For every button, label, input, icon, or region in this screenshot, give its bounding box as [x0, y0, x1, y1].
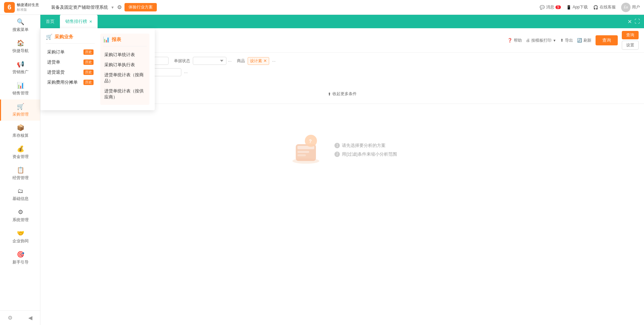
hint-num-2: 2	[334, 152, 340, 157]
goods-tag: 设计素 ✕	[248, 57, 269, 65]
hint-item-2: 2 用[过滤]条件来缩小分析范围	[334, 150, 397, 159]
query-button-2[interactable]: 查询	[622, 31, 639, 39]
logo-edition: 标准版	[17, 7, 39, 12]
logo-area: 6 畅捷通好生意 标准版	[4, 2, 44, 13]
svg-rect-3	[297, 151, 309, 153]
tab-sales-rank-label: 销售排行榜	[65, 18, 87, 25]
goods-tag-text: 设计素	[250, 58, 262, 64]
menu-goods-receipt[interactable]: 进货单 历史	[46, 57, 95, 67]
print-icon: 🖨	[526, 38, 530, 43]
sidebar-label-sales: 销售管理	[12, 90, 29, 96]
sidebar-label-basic: 基础信息	[12, 196, 29, 202]
sidebar-item-enterprise[interactable]: 🤝 企业协同	[0, 226, 40, 247]
status-filter-group: 单据状态 ···	[174, 57, 231, 65]
query-button[interactable]: 查询	[596, 35, 618, 45]
print-dropdown-icon[interactable]: ▼	[553, 39, 556, 42]
goods-tag-close[interactable]: ✕	[263, 58, 267, 63]
sidebar-item-marketing[interactable]: 📢 营销推广	[0, 57, 40, 78]
purchase-divider	[46, 43, 95, 44]
menu-purchase-order[interactable]: 采购订单 历史	[46, 47, 95, 57]
hint-item-1: 1 请先选择要分析的方案	[334, 141, 397, 150]
topbar-right: 💬 消息 9 📱 App下载 🎧 在线客服 Ea 用户	[540, 3, 640, 12]
status-more-icon[interactable]: ···	[228, 58, 231, 64]
sidebar-item-sales[interactable]: 📊 销售管理	[0, 78, 40, 99]
collapse-up-icon: ⬆	[328, 92, 331, 96]
help-button[interactable]: ❓ 帮助	[507, 38, 522, 43]
system-dropdown-icon[interactable]: ▼	[111, 5, 114, 9]
purchase-col-icon: 🛒	[46, 34, 52, 40]
online-service-button[interactable]: 🎧 在线客服	[593, 4, 616, 10]
sidebar-item-finance[interactable]: 💰 资金管理	[0, 142, 40, 163]
tabs-bar-right: ✕ ⛶	[628, 18, 644, 25]
gear-icon[interactable]: ⚙	[117, 4, 122, 10]
menu-goods-stats-by-product[interactable]: 进货单统计表（按商品）	[103, 70, 147, 86]
sales-icon: 📊	[17, 82, 24, 89]
salesman-more-icon[interactable]: ···	[184, 70, 188, 75]
refresh-icon: 🔄	[577, 38, 582, 43]
system-name: 装备及固定资产辅助管理系统	[51, 4, 108, 10]
sidebar-footer: ⚙ ◀	[0, 310, 40, 325]
menu-goods-return[interactable]: 进货退货 历史	[46, 67, 95, 77]
report-items: 采购订单统计表 采购订单执行表 进货单统计表（按商品） 进货单统计表（按供应商）	[103, 50, 147, 102]
hint-num-1: 1	[334, 143, 340, 148]
export-button[interactable]: ⬆ 导出	[560, 38, 573, 43]
app-download-button[interactable]: 📱 App下载	[566, 4, 588, 10]
sidebar-label-quick: 快捷导航	[12, 48, 29, 54]
home-icon: 🏠	[17, 39, 24, 47]
tab-fullscreen-icon[interactable]: ⛶	[635, 18, 640, 25]
sidebar-label-newbie: 新手引导	[12, 259, 29, 265]
goods-receipt-history: 历史	[83, 59, 94, 65]
menu-goods-stats-by-supplier[interactable]: 进货单统计表（按供应商）	[103, 86, 147, 102]
goods-return-history: 历史	[83, 70, 94, 75]
footer-settings-icon[interactable]: ⚙	[8, 315, 12, 321]
sidebar-item-newbie[interactable]: 🎯 新手引导	[0, 247, 40, 269]
messages-button[interactable]: 💬 消息 9	[540, 4, 561, 10]
industry-button[interactable]: 体验行业方案	[124, 3, 157, 11]
topbar: 6 畅捷通好生意 标准版 装备及固定资产辅助管理系统 ▼ ⚙ 体验行业方案 💬 …	[0, 0, 644, 15]
collapse-button[interactable]: ⬆ 收起更多条件	[328, 91, 357, 97]
avatar: Ea	[621, 3, 631, 12]
message-icon: 💬	[540, 5, 545, 10]
purchase-expense-history: 历史	[83, 80, 94, 85]
goods-more-icon[interactable]: ···	[272, 58, 276, 64]
newbie-icon: 🎯	[17, 251, 24, 258]
sidebar-item-basic[interactable]: 🗂 基础信息	[0, 184, 40, 205]
sidebar-item-system[interactable]: ⚙ 系统管理	[0, 205, 40, 226]
inventory-icon: 📦	[17, 124, 24, 131]
finance-icon: 💰	[17, 145, 24, 153]
refresh-button[interactable]: 🔄 刷新	[577, 38, 592, 43]
status-filter-label: 单据状态	[174, 58, 190, 64]
sidebar-item-operation[interactable]: 📋 经营管理	[0, 163, 40, 184]
sidebar-label-finance: 资金管理	[12, 154, 29, 160]
menu-purchase-expense[interactable]: 采购费用分摊单 历史	[46, 77, 95, 87]
print-button[interactable]: 🖨 按模板打印 ▼	[526, 38, 556, 43]
help-icon: ❓	[507, 38, 512, 43]
tab-close-icon[interactable]: ✕	[89, 19, 92, 24]
sidebar-item-search[interactable]: 🔍 搜索菜单	[0, 15, 40, 36]
purchase-business-column: 🛒 采购业务 采购订单 历史 进货单 历史 进货退货 历史 采购费用分摊单 历史	[46, 34, 95, 105]
sidebar-item-quick[interactable]: 🏠 快捷导航	[0, 36, 40, 57]
mobile-icon: 📱	[566, 5, 571, 10]
logo-text-area: 畅捷通好生意 标准版	[17, 2, 39, 12]
sidebar-nav: 🔍 搜索菜单 🏠 快捷导航 📢 营销推广 📊 销售管理 🛒 采购管理 📦 库存核…	[0, 15, 40, 310]
empty-hint: 1 请先选择要分析的方案 2 用[过滤]条件来缩小分析范围	[334, 141, 397, 159]
sidebar-label-purchase: 采购管理	[12, 112, 29, 117]
sidebar-item-inventory[interactable]: 📦 库存核算	[0, 121, 40, 142]
menu-purchase-order-exec[interactable]: 采购订单执行表	[103, 60, 147, 70]
sidebar-item-purchase[interactable]: 🛒 采购管理	[0, 99, 40, 121]
footer-collapse-icon[interactable]: ◀	[28, 315, 32, 321]
user-menu-button[interactable]: Ea 用户	[621, 3, 640, 12]
tab-sales-rank[interactable]: 销售排行榜 ✕	[60, 15, 98, 28]
sidebar-label-marketing: 营销推广	[12, 69, 29, 75]
tab-close-page-icon[interactable]: ✕	[628, 18, 632, 25]
sidebar: 🔍 搜索菜单 🏠 快捷导航 📢 营销推广 📊 销售管理 🛒 采购管理 📦 库存核…	[0, 15, 40, 325]
tab-home[interactable]: 首页	[40, 15, 60, 28]
sidebar-label-operation: 经营管理	[12, 175, 29, 181]
report-col-title: 📊 报表	[103, 36, 147, 43]
topbar-middle: 装备及固定资产辅助管理系统 ▼ ⚙ 体验行业方案	[44, 3, 540, 11]
svg-text:?: ?	[309, 138, 312, 144]
status-select[interactable]	[193, 57, 226, 65]
settings-button[interactable]: 设置	[622, 41, 639, 50]
basic-icon: 🗂	[17, 188, 24, 195]
menu-purchase-order-stats[interactable]: 采购订单统计表	[103, 50, 147, 60]
